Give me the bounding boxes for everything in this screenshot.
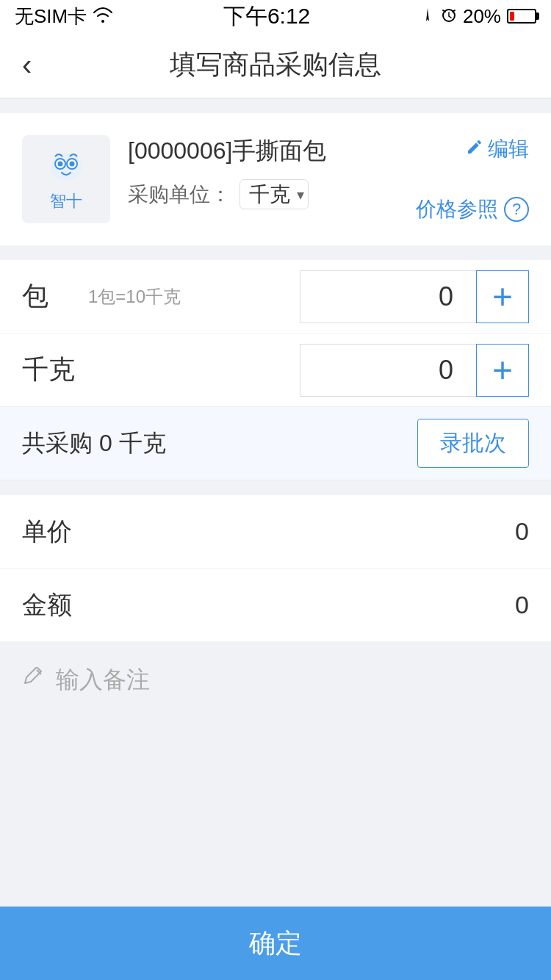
batch-button[interactable]: 录批次 [417,419,529,468]
price-ref-label: 价格参照 [416,195,498,223]
bag-input[interactable] [300,270,476,323]
bag-label: 包 [22,278,81,314]
divider-1 [0,245,551,260]
content-spacer [0,718,551,939]
status-right: 20% [420,5,536,28]
kg-row: 千克 + [0,334,551,407]
back-button[interactable]: ‹ [22,48,32,82]
wifi-icon [93,5,113,28]
product-card: 智十 [0000006]手撕面包 采购单位： 千克 编辑 价格参照 ? [0,113,551,245]
help-icon: ? [504,197,529,222]
owl-icon [44,146,88,187]
pencil-icon [22,666,44,695]
edit-icon [466,137,483,161]
confirm-button[interactable]: 确定 [249,926,302,962]
alarm-icon [441,5,457,28]
logo-text: 智十 [44,190,88,212]
nav-bar: ‹ 填写商品采购信息 [0,32,551,98]
bag-plus-button[interactable]: + [476,270,529,323]
product-logo: 智十 [44,146,88,212]
unit-label: 采购单位： [128,181,231,209]
battery-icon [507,9,536,24]
bag-row: 包 1包=10千克 + [0,260,551,334]
note-placeholder: 输入备注 [56,664,150,696]
unit-select-wrap[interactable]: 千克 [240,179,309,209]
svg-point-4 [58,162,63,167]
edit-button[interactable]: 编辑 [466,135,529,163]
status-left: 无SIM卡 [15,4,113,29]
status-time: 下午6:12 [223,1,310,32]
amount-row: 金额 0 [0,569,551,642]
unit-price-label: 单价 [22,515,72,549]
amount-label: 金额 [22,588,72,622]
price-section: 单价 0 金额 0 [0,495,551,642]
total-label: 共采购 0 千克 [22,428,166,460]
kg-label: 千克 [22,352,81,388]
location-icon [420,5,435,28]
bag-sub-label: 1包=10千克 [88,285,181,309]
price-ref-button[interactable]: 价格参照 ? [416,195,529,223]
kg-input[interactable] [300,344,476,397]
quantity-section: 包 1包=10千克 + 千克 + 共采购 0 千克 录批次 [0,260,551,480]
product-image: 智十 [22,135,110,223]
svg-point-5 [70,162,75,167]
confirm-bar[interactable]: 确定 [0,907,551,980]
kg-plus-button[interactable]: + [476,344,529,397]
page-title: 填写商品采购信息 [170,47,381,83]
status-bar: 无SIM卡 下午6:12 20% [0,0,551,32]
carrier-label: 无SIM卡 [15,4,87,29]
kg-input-wrap: + [300,344,529,397]
unit-select[interactable]: 千克 [240,179,309,209]
total-row: 共采购 0 千克 录批次 [0,407,551,480]
amount-value: 0 [515,591,529,619]
note-section[interactable]: 输入备注 [0,642,551,718]
battery-percent: 20% [463,5,501,28]
unit-price-row: 单价 0 [0,495,551,569]
svg-point-1 [50,154,82,180]
unit-price-value: 0 [515,517,529,546]
edit-label: 编辑 [488,135,529,163]
bag-input-wrap: + [300,270,529,323]
